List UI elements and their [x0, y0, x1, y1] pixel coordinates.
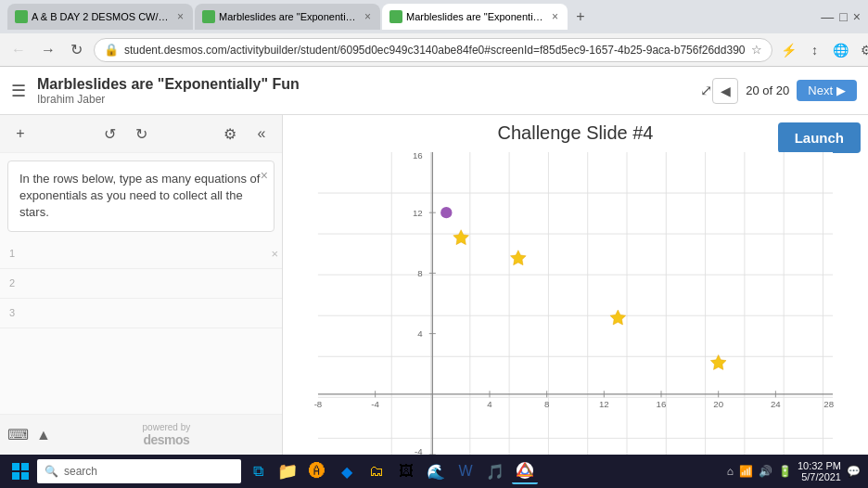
dropbox-app[interactable]: ◆: [334, 458, 360, 484]
taskbar-search-bar[interactable]: 🔍 search: [37, 459, 241, 483]
collapse-panel-button[interactable]: «: [249, 121, 274, 147]
volume-icon[interactable]: 🔊: [759, 465, 772, 478]
chrome-icon: [517, 462, 533, 479]
forward-button[interactable]: →: [37, 40, 59, 60]
settings-icon[interactable]: ⚙: [858, 41, 869, 59]
svg-point-57: [522, 468, 528, 473]
new-tab-button[interactable]: +: [569, 6, 592, 28]
svg-text:28: 28: [823, 399, 834, 409]
tab3-favicon: [389, 10, 402, 23]
next-slide-button[interactable]: Next ▶: [797, 80, 857, 101]
system-date: 5/7/2021: [798, 471, 841, 482]
svg-text:-4: -4: [415, 446, 423, 455]
address-bar: ← → ↻ 🔒 student.desmos.com/activitybuild…: [0, 33, 868, 67]
powered-by-text: powered by: [58, 422, 274, 432]
file-icon: 🗂: [369, 463, 384, 480]
translate-icon[interactable]: 🌐: [832, 41, 850, 59]
taskbar: 🔍 search ⧉ 📁 🅐 ◆ 🗂 🖼 🌊 W 🎵: [0, 455, 868, 488]
dropbox-icon: ◆: [341, 463, 352, 481]
expression-row-2: 2: [0, 269, 282, 299]
expression-input-1[interactable]: [19, 241, 267, 266]
url-text: student.desmos.com/activitybuilder/stude…: [124, 44, 746, 57]
taskbar-search-icon: 🔍: [45, 465, 58, 478]
chrome-active-app[interactable]: [512, 458, 538, 484]
desmos-brand: desmos: [58, 432, 274, 447]
card-close-icon[interactable]: ×: [261, 167, 268, 186]
notifications-icon[interactable]: 💬: [847, 465, 861, 478]
undo-button[interactable]: ↺: [96, 121, 122, 147]
expression-row-1: 1 ×: [0, 239, 282, 269]
keyboard-icon[interactable]: ⌨: [7, 426, 29, 443]
windows-start-button[interactable]: [7, 458, 33, 484]
music-icon: 🎵: [486, 463, 504, 481]
close-window-icon[interactable]: ×: [853, 9, 861, 24]
maximize-icon[interactable]: □: [839, 9, 847, 24]
tab2-close[interactable]: ×: [363, 10, 373, 23]
expand-icon[interactable]: ⤢: [700, 82, 712, 99]
explorer-icon: 📁: [277, 461, 298, 482]
refresh-button[interactable]: ↻: [67, 39, 86, 60]
explorer-app[interactable]: 📁: [274, 458, 300, 484]
expression-input-3[interactable]: [19, 301, 282, 326]
tab3-close[interactable]: ×: [550, 10, 560, 23]
hamburger-menu-icon[interactable]: ☰: [11, 81, 26, 101]
word-app[interactable]: W: [453, 458, 479, 484]
edge-icon: 🌊: [427, 463, 445, 481]
page-counter: 20 of 20: [746, 83, 789, 97]
edge-app[interactable]: 🌊: [423, 458, 449, 484]
svg-rect-52: [21, 463, 29, 470]
music-app[interactable]: 🎵: [482, 458, 508, 484]
svg-rect-51: [12, 463, 19, 470]
taskbar-search-text: search: [64, 465, 97, 478]
launch-button[interactable]: Launch: [778, 122, 861, 153]
keypad-area: ⌨ ▲ powered by desmos: [0, 414, 282, 455]
extensions-icon[interactable]: ⚡: [780, 41, 798, 59]
tab-1[interactable]: A & B DAY 2 DESMOS CW/HW: ×: [7, 4, 193, 30]
system-tray: ⌂ 📶 🔊 🔋 10:32 PM 5/7/2021 💬: [727, 460, 861, 482]
marble: [440, 207, 452, 218]
graph-area: Challenge Slide #4 Launch: [283, 115, 868, 455]
prev-slide-button[interactable]: ◀: [712, 78, 738, 104]
redo-button[interactable]: ↻: [128, 121, 154, 147]
expression-note-card: × In the rows below, type as many equati…: [7, 161, 274, 232]
photos-app[interactable]: 🖼: [393, 458, 419, 484]
tray-icon-1[interactable]: ⌂: [727, 465, 734, 478]
header-title: Marbleslides are "Exponentially" Fun Ibr…: [37, 76, 693, 106]
tab3-label: Marbleslides are "Exponentially" Fun: [406, 11, 546, 22]
left-panel: + ↺ ↻ ⚙ « × In the rows below, type as m…: [0, 115, 283, 455]
svg-rect-54: [21, 472, 29, 480]
system-time: 10:32 PM: [798, 460, 841, 471]
settings-panel-button[interactable]: ⚙: [217, 121, 243, 147]
back-button[interactable]: ←: [7, 40, 30, 60]
expression-input-2[interactable]: [19, 271, 282, 296]
row1-close-icon[interactable]: ×: [267, 243, 282, 264]
lock-icon: 🔒: [104, 43, 119, 57]
add-expression-button[interactable]: +: [7, 121, 33, 147]
svg-text:4: 4: [417, 328, 423, 339]
star-bookmark-icon[interactable]: ☆: [751, 43, 762, 57]
svg-text:24: 24: [771, 399, 781, 409]
minimize-icon[interactable]: —: [821, 9, 834, 24]
svg-text:4: 4: [487, 399, 492, 409]
next-arrow-icon: ▶: [836, 83, 846, 97]
battery-icon[interactable]: 🔋: [778, 465, 792, 478]
task-view-button[interactable]: ⧉: [245, 458, 271, 484]
url-bar[interactable]: 🔒 student.desmos.com/activitybuilder/stu…: [94, 38, 772, 62]
keypad-expand-icon[interactable]: ▲: [36, 427, 51, 443]
svg-text:8: 8: [417, 268, 422, 278]
tab-3[interactable]: Marbleslides are "Exponentially" Fun ×: [382, 4, 568, 30]
panel-toolbar: + ↺ ↻ ⚙ «: [0, 115, 282, 153]
tab-2[interactable]: Marbleslides are "Exponentially" Fun ×: [195, 4, 380, 30]
svg-text:12: 12: [599, 399, 609, 409]
desmos-header: ☰ Marbleslides are "Exponentially" Fun I…: [0, 67, 868, 115]
amazon-app[interactable]: 🅐: [304, 458, 330, 484]
sync-icon[interactable]: ↕: [806, 41, 824, 59]
network-icon[interactable]: 📶: [739, 465, 753, 478]
browser-toolbar: ⚡ ↕ 🌐 ⚙ 🧩 ⋮ A: [780, 40, 869, 60]
tab1-close[interactable]: ×: [175, 10, 185, 23]
svg-text:12: 12: [413, 208, 423, 218]
activity-title: Marbleslides are "Exponentially" Fun: [37, 76, 693, 93]
task-view-icon: ⧉: [253, 463, 263, 480]
header-nav: ◀ 20 of 20 Next ▶: [712, 78, 857, 104]
file-manager-app[interactable]: 🗂: [364, 458, 389, 484]
